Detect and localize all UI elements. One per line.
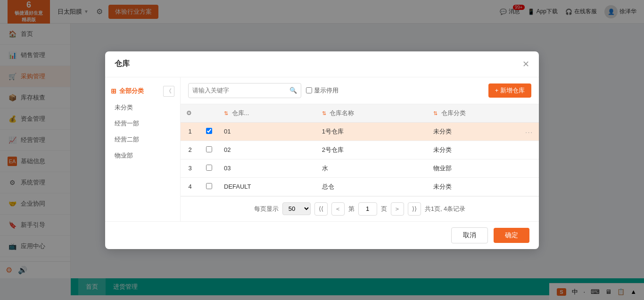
row-checkbox-cell[interactable] xyxy=(199,159,218,177)
row-name: 总仓 xyxy=(316,177,428,196)
row-category: 未分类 xyxy=(428,141,539,159)
row-category: 物业部 xyxy=(428,159,539,177)
th-check xyxy=(199,104,218,123)
row-name: 水 xyxy=(316,159,428,177)
cancel-button[interactable]: 取消 xyxy=(451,227,488,243)
table-row[interactable]: 3 03 水 物业部 xyxy=(181,159,539,177)
row-number: 4 xyxy=(181,177,199,196)
th-gear: ⚙ xyxy=(181,104,199,123)
page-unit: 页 xyxy=(381,205,387,213)
all-categories-label[interactable]: 全部分类 xyxy=(119,87,144,95)
modal-category-sidebar: ⊞ 全部分类 《 未分类 经营一部 经营二部 物业部 xyxy=(105,77,181,221)
modal-main: 🔍 显示停用 + 新增仓库 ⚙ xyxy=(181,77,539,221)
category-item-property[interactable]: 物业部 xyxy=(105,148,180,164)
search-icon: 🔍 xyxy=(289,87,297,94)
modal-overlay: 仓库 ✕ ⊞ 全部分类 《 未分类 经营一部 xyxy=(0,0,644,300)
last-page-button[interactable]: ⟩⟩ xyxy=(408,202,421,216)
row-checkbox[interactable] xyxy=(206,183,212,189)
category-label: 未分类 xyxy=(115,104,133,111)
row-checkbox[interactable] xyxy=(206,146,212,152)
category-label: 经营二部 xyxy=(115,136,139,143)
table-row[interactable]: 4 DEFAULT 总仓 未分类 xyxy=(181,177,539,196)
row-category: 未分类... xyxy=(428,122,539,141)
th-name: ⇅ 仓库名称 xyxy=(316,104,428,123)
category-item-dept2[interactable]: 经营二部 xyxy=(105,132,180,148)
th-code: ⇅ 仓库... xyxy=(218,104,316,123)
modal-toolbar: 🔍 显示停用 + 新增仓库 xyxy=(181,77,539,104)
row-name: 2号仓库 xyxy=(316,141,428,159)
show-disabled-label[interactable]: 显示停用 xyxy=(306,86,339,95)
page-input[interactable] xyxy=(358,202,377,216)
category-label: 物业部 xyxy=(115,152,133,159)
pagination-info: 共1页, 4条记录 xyxy=(425,205,466,213)
table-header: ⚙ ⇅ 仓库... ⇅ 仓库名称 xyxy=(181,104,539,123)
all-categories-header: ⊞ 全部分类 《 xyxy=(105,83,180,100)
first-page-button[interactable]: ⟨⟨ xyxy=(314,202,328,216)
table-row[interactable]: 1 01 1号仓库 未分类... xyxy=(181,122,539,141)
show-disabled-checkbox[interactable] xyxy=(306,87,312,93)
row-name: 1号仓库 xyxy=(316,122,428,141)
prev-page-button[interactable]: ＜ xyxy=(331,202,345,216)
table-body: 1 01 1号仓库 未分类... 2 02 2号仓库 未分类 3 03 水 物业… xyxy=(181,122,539,196)
sort-icon: ⇅ xyxy=(322,110,326,116)
modal-pagination: 每页显示 50 100 200 ⟨⟨ ＜ 第 页 ＞ ⟩⟩ 共1页, 4条记录 xyxy=(181,196,539,221)
row-category: 未分类 xyxy=(428,177,539,196)
row-checkbox-cell[interactable] xyxy=(199,122,218,141)
table-row[interactable]: 2 02 2号仓库 未分类 xyxy=(181,141,539,159)
search-input[interactable] xyxy=(192,87,289,94)
category-item-dept1[interactable]: 经营一部 xyxy=(105,116,180,132)
per-page-select[interactable]: 50 100 200 xyxy=(282,202,311,215)
row-number: 2 xyxy=(181,141,199,159)
modal-header: 仓库 ✕ xyxy=(105,51,539,77)
row-checkbox-cell[interactable] xyxy=(199,177,218,196)
row-actions-button[interactable]: ... xyxy=(525,127,533,134)
show-disabled-text: 显示停用 xyxy=(314,86,339,95)
next-page-button[interactable]: ＞ xyxy=(391,202,404,216)
collapse-button[interactable]: 《 xyxy=(163,86,174,97)
add-warehouse-button[interactable]: + 新增仓库 xyxy=(488,83,531,98)
sort-icon: ⇅ xyxy=(433,110,438,116)
warehouse-modal: 仓库 ✕ ⊞ 全部分类 《 未分类 经营一部 xyxy=(105,51,539,249)
modal-title: 仓库 xyxy=(115,59,130,69)
sort-icon: ⇅ xyxy=(224,110,228,116)
modal-body: ⊞ 全部分类 《 未分类 经营一部 经营二部 物业部 xyxy=(105,77,539,221)
row-number: 1 xyxy=(181,122,199,141)
page-label: 第 xyxy=(348,205,355,213)
grid-icon: ⊞ xyxy=(111,87,116,95)
per-page-label: 每页显示 xyxy=(254,205,279,213)
row-checkbox-cell[interactable] xyxy=(199,141,218,159)
category-label: 经营一部 xyxy=(115,120,139,127)
confirm-button[interactable]: 确定 xyxy=(494,228,529,243)
warehouse-table: ⚙ ⇅ 仓库... ⇅ 仓库名称 xyxy=(181,104,539,196)
row-code: DEFAULT xyxy=(218,177,316,196)
row-code: 03 xyxy=(218,159,316,177)
th-category: ⇅ 仓库分类 xyxy=(428,104,539,123)
modal-table-wrap: ⚙ ⇅ 仓库... ⇅ 仓库名称 xyxy=(181,104,539,196)
row-code: 02 xyxy=(218,141,316,159)
row-code: 01 xyxy=(218,122,316,141)
search-input-wrap: 🔍 xyxy=(188,83,301,98)
close-icon[interactable]: ✕ xyxy=(522,59,529,69)
category-item-unclassified[interactable]: 未分类 xyxy=(105,100,180,116)
row-checkbox[interactable] xyxy=(206,128,212,134)
row-number: 3 xyxy=(181,159,199,177)
modal-footer: 取消 确定 xyxy=(105,221,539,249)
row-checkbox[interactable] xyxy=(206,165,212,171)
